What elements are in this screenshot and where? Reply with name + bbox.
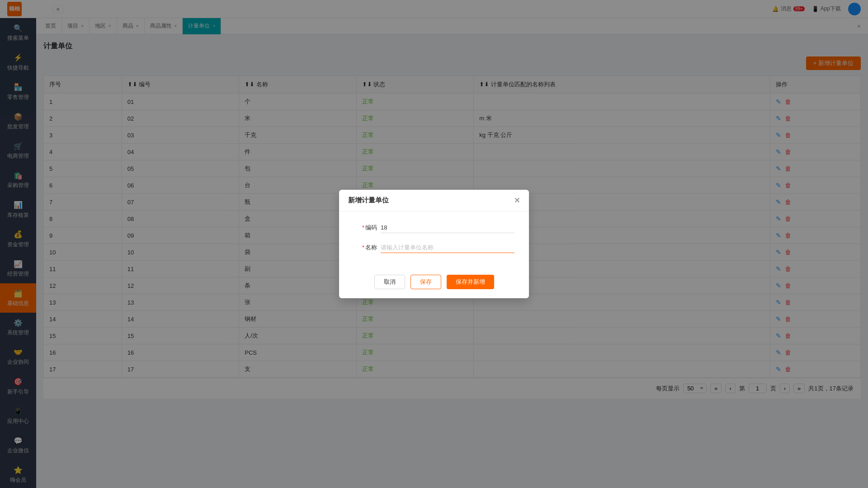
code-input[interactable] xyxy=(381,222,514,233)
cancel-button[interactable]: 取消 xyxy=(374,275,405,289)
required-mark: * xyxy=(362,224,364,231)
modal-overlay: 新增计量单位 ✕ *编码 *名称 取消 保存 保存并新增 xyxy=(0,0,868,488)
name-input[interactable] xyxy=(381,242,514,253)
name-label: *名称 xyxy=(354,244,381,252)
code-label: *编码 xyxy=(354,224,381,232)
save-button[interactable]: 保存 xyxy=(410,275,441,289)
required-mark-2: * xyxy=(362,244,364,251)
modal-title: 新增计量单位 xyxy=(348,196,389,205)
save-new-button[interactable]: 保存并新增 xyxy=(447,275,494,289)
form-row-name: *名称 xyxy=(354,242,514,253)
modal-footer: 取消 保存 保存并新增 xyxy=(339,269,529,298)
modal-body: *编码 *名称 xyxy=(339,211,529,269)
form-row-code: *编码 xyxy=(354,222,514,233)
modal-close-btn[interactable]: ✕ xyxy=(514,196,520,205)
modal-dialog: 新增计量单位 ✕ *编码 *名称 取消 保存 保存并新增 xyxy=(339,190,529,298)
modal-header: 新增计量单位 ✕ xyxy=(339,190,529,211)
